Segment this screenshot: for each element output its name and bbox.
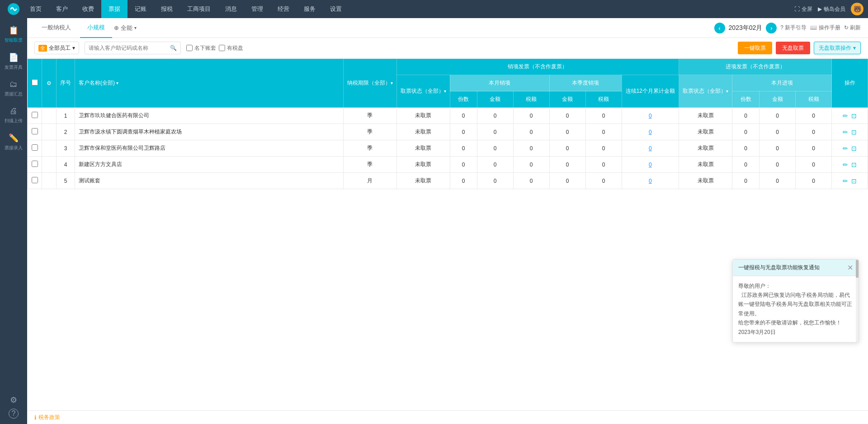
row-purchase-amount: 0 — [760, 108, 796, 124]
table-subheader-month-sales: 本月销项 — [450, 75, 549, 91]
row-sales-count: 0 — [450, 108, 477, 124]
edit-icon[interactable]: ✏ — [843, 161, 848, 168]
table-col-purchase-amount: 金额 — [760, 91, 796, 108]
nav-home[interactable]: 首页 — [23, 0, 49, 18]
employee-filter[interactable]: 全 全部员工 ▾ — [34, 42, 79, 54]
sidebar-item-invoice-entry[interactable]: ✏️ 票据录入 — [1, 129, 26, 155]
row-checkbox[interactable] — [32, 161, 38, 167]
cumulative-link[interactable]: 0 — [649, 129, 652, 135]
guide-icon: ? — [780, 24, 783, 31]
nav-invoice[interactable]: 票据 — [101, 0, 127, 18]
has-taxpad-checkbox-label[interactable]: 有税盘 — [219, 44, 243, 52]
book-icon: 📖 — [810, 24, 817, 31]
customer-search-input[interactable] — [89, 45, 170, 51]
row-purchase-count: 0 — [732, 157, 760, 173]
row-sales-tax: 0 — [513, 157, 549, 173]
user-avatar[interactable]: 🐻 — [851, 3, 863, 15]
cumulative-link[interactable]: 0 — [649, 162, 652, 168]
nav-settings[interactable]: 设置 — [323, 0, 349, 18]
table-subheader-quarter-sales: 本季度销项 — [549, 75, 622, 91]
search-icon[interactable]: 🔍 — [170, 45, 177, 51]
period-filter-icon[interactable]: ▾ — [391, 81, 393, 86]
row-sales-tax: 0 — [513, 140, 549, 157]
next-month-button[interactable]: › — [766, 23, 777, 33]
nav-message[interactable]: 消息 — [218, 0, 244, 18]
tab-small-scale[interactable]: 小规模 — [80, 18, 112, 38]
diskless-ticket-button[interactable]: 无盘取票 — [776, 42, 810, 54]
detail-icon[interactable]: ⊡ — [851, 145, 857, 152]
app-logo[interactable] — [5, 0, 23, 18]
filter-icon[interactable]: ▾ — [116, 81, 118, 86]
sidebar-settings-icon[interactable]: ⚙ — [10, 395, 17, 405]
row-purchase-count: 0 — [732, 124, 760, 140]
row-checkbox[interactable] — [32, 128, 38, 134]
notification-close-button[interactable]: ✕ — [847, 263, 853, 272]
cumulative-link[interactable]: 0 — [649, 113, 652, 119]
row-purchase-status: 未取票 — [679, 140, 732, 157]
vip-button[interactable]: ▶ 畅岛会员 — [818, 5, 845, 13]
edit-icon[interactable]: ✏ — [843, 177, 848, 185]
cumulative-link[interactable]: 0 — [649, 145, 652, 152]
detail-icon[interactable]: ⊡ — [851, 112, 857, 119]
cumulative-link[interactable]: 0 — [649, 178, 652, 184]
detail-icon[interactable]: ⊡ — [851, 129, 857, 136]
sidebar-help-icon[interactable]: ? — [9, 409, 19, 419]
tab-all[interactable]: ⊕ 全能 ▾ — [114, 24, 137, 32]
sidebar-item-invoice-issue[interactable]: 📄 发票开具 — [1, 49, 26, 74]
row-quarter-tax: 0 — [585, 108, 622, 124]
detail-icon[interactable]: ⊡ — [851, 161, 857, 168]
row-checkbox[interactable] — [32, 112, 38, 118]
detail-icon[interactable]: ⊡ — [851, 177, 857, 185]
notification-header: 一键报税与无盘取票功能恢复通知 ✕ — [733, 260, 859, 276]
bottom-bar: ℹ 税务政策 — [27, 410, 868, 424]
edit-icon[interactable]: ✏ — [843, 129, 848, 136]
prev-month-button[interactable]: ‹ — [714, 23, 725, 33]
row-purchase-tax: 0 — [796, 140, 832, 157]
has-taxpad-checkbox[interactable] — [219, 45, 225, 51]
diskless-ticket-ops-button[interactable]: 无盘取票操作 ▾ — [814, 42, 861, 54]
row-purchase-tax: 0 — [796, 124, 832, 140]
row-sales-status: 未取票 — [396, 157, 450, 173]
nav-bookkeeping[interactable]: 记账 — [127, 0, 154, 18]
sub-tabs-right: ‹ 2023年02月 › ? 新手引导 📖 操作手册 ↻ 刷新 — [714, 23, 861, 33]
row-operations: ✏ ⊡ — [832, 140, 868, 157]
select-all-checkbox[interactable] — [32, 79, 38, 86]
my-accounts-checkbox[interactable] — [186, 45, 193, 51]
row-quarter-tax: 0 — [585, 173, 622, 189]
edit-icon[interactable]: ✏ — [843, 145, 848, 152]
row-checkbox[interactable] — [32, 144, 38, 151]
settings-icon[interactable]: ⚙ — [47, 80, 52, 86]
nav-service[interactable]: 服务 — [297, 0, 323, 18]
row-purchase-count: 0 — [732, 173, 760, 189]
table-header-operations: 操作 — [832, 59, 868, 108]
tab-general-taxpayer[interactable]: 一般纳税人 — [34, 18, 78, 38]
nav-operation[interactable]: 经营 — [270, 0, 297, 18]
nav-manage[interactable]: 管理 — [244, 0, 270, 18]
tax-policy-link[interactable]: ℹ 税务政策 — [34, 414, 60, 421]
notification-text2: 给您带来的不便敬请谅解，祝您工作愉快！ — [738, 319, 841, 326]
customer-search-box[interactable]: 🔍 — [85, 42, 181, 54]
one-click-ticket-button[interactable]: 一键取票 — [738, 42, 772, 54]
fullscreen-button[interactable]: ⛶ 全屏 — [794, 5, 812, 13]
sidebar-item-scan-upload[interactable]: 🖨 扫描上传 — [1, 103, 26, 128]
nav-business[interactable]: 工商项目 — [180, 0, 218, 18]
sales-status-filter[interactable]: ▾ — [444, 89, 446, 94]
new-guide-button[interactable]: ? 新手引导 — [780, 24, 807, 32]
sidebar-item-scan-upload-label: 扫描上传 — [5, 118, 23, 124]
my-accounts-checkbox-label[interactable]: 名下账套 — [186, 44, 216, 52]
nav-fee[interactable]: 收费 — [75, 0, 101, 18]
dropdown-chevron-icon: ▾ — [853, 45, 856, 51]
nav-customer[interactable]: 客户 — [49, 0, 75, 18]
sidebar-item-smart-ticket[interactable]: 📋 智能取票 — [1, 22, 26, 47]
row-no: 4 — [57, 157, 75, 173]
sidebar-item-invoice-summary[interactable]: 🗂 票据汇总 — [1, 76, 26, 101]
sub-tabs-actions: ? 新手引导 📖 操作手册 ↻ 刷新 — [780, 24, 861, 32]
purchase-status-filter[interactable]: ▾ — [726, 89, 728, 94]
nav-tax[interactable]: 报税 — [154, 0, 180, 18]
row-no: 1 — [57, 108, 75, 124]
row-sales-count: 0 — [450, 124, 477, 140]
refresh-button[interactable]: ↻ 刷新 — [844, 24, 861, 32]
edit-icon[interactable]: ✏ — [843, 112, 848, 119]
manual-button[interactable]: 📖 操作手册 — [810, 24, 840, 32]
row-checkbox[interactable] — [32, 177, 38, 183]
